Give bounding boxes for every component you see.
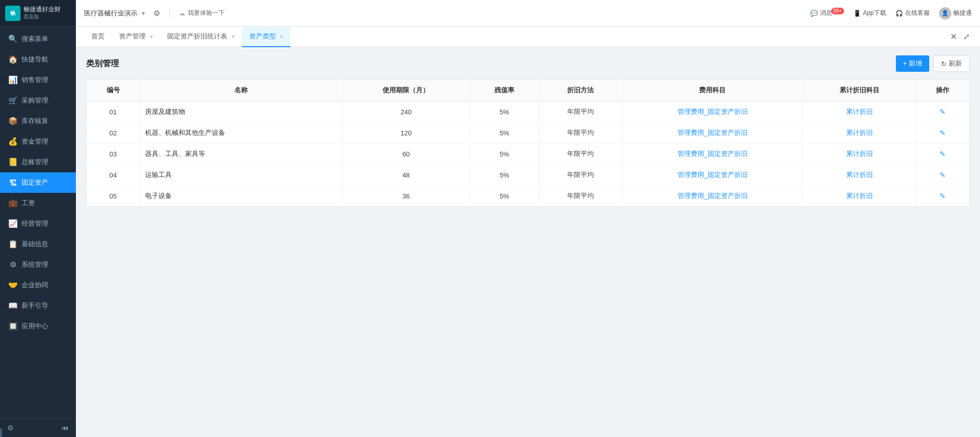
app-download-label: App下载 [863, 9, 886, 17]
data-cell: 年限平均 [538, 144, 622, 165]
sidebar-item-system[interactable]: ⚙ 系统管理 [0, 254, 76, 275]
messages-button[interactable]: 💬 消息 99+ [810, 9, 844, 17]
tabs-bar: 首页资产管理×固定资产折旧统计表×资产类型× ✕ ⤢ [76, 27, 980, 47]
messages-label: 消息 [820, 9, 832, 17]
data-cell: 48 [342, 165, 470, 186]
module-selector[interactable]: 医疗器械行业演示 ▼ [84, 9, 146, 18]
table-row: 02机器、机械和其他生产设备1205%年限平均管理费用_固定资产折旧累计折旧✎ [87, 123, 969, 144]
data-cell: 5% [470, 144, 539, 165]
data-cell: 器具、工具、家具等 [140, 144, 342, 165]
quick-nav-icon: 🏠 [8, 55, 17, 64]
fixed-assets-icon: 🏗 [8, 178, 17, 187]
sidebar-item-sales[interactable]: 📊 销售管理 [0, 70, 76, 90]
tab-asset-mgmt[interactable]: 资产管理× [112, 27, 160, 47]
refresh-button[interactable]: ↻ 刷新 [933, 55, 970, 72]
tab-label: 固定资产折旧统计表 [167, 32, 227, 41]
data-cell: 机器、机械和其他生产设备 [140, 123, 342, 144]
data-cell: 36 [342, 186, 470, 207]
basic-info-icon: 📋 [8, 240, 17, 249]
main-area: 医疗器械行业演示 ▼ ⚙ ☁ 我要体验一下 💬 消息 99+ 📱 App下载 🎧… [76, 0, 980, 437]
page-title: 类别管理 [86, 58, 119, 69]
tab-close-depreciation-icon[interactable]: × [231, 33, 234, 39]
tab-depreciation[interactable]: 固定资产折旧统计表× [160, 27, 242, 47]
sidebar-item-purchase[interactable]: 🛒 采购管理 [0, 90, 76, 111]
sidebar-item-guide[interactable]: 📖 新手引导 [0, 295, 76, 316]
capital-icon: 💰 [8, 137, 17, 146]
trial-button[interactable]: ☁ 我要体验一下 [179, 9, 225, 17]
tab-asset-type[interactable]: 资产类型× [242, 27, 290, 47]
new-button[interactable]: + 新增 [896, 55, 929, 72]
logo-sub: 普及版 [24, 13, 61, 21]
data-cell: 240 [342, 102, 470, 123]
gear-icon[interactable]: ⚙ [153, 9, 160, 18]
sidebar-item-label: 固定资产 [22, 178, 48, 187]
col-header: 累计折旧科目 [803, 80, 916, 102]
edit-cell[interactable]: ✎ [916, 186, 969, 207]
avatar: 👤 [939, 7, 951, 19]
tab-close-asset-mgmt-icon[interactable]: × [150, 33, 153, 39]
edit-cell[interactable]: ✎ [916, 123, 969, 144]
tabs-actions: ✕ ⤢ [948, 31, 972, 43]
sidebar-item-capital[interactable]: 💰 资金管理 [0, 131, 76, 152]
data-cell: 年限平均 [538, 186, 622, 207]
edit-row-button[interactable]: ✎ [939, 192, 946, 200]
sidebar-item-fixed-assets[interactable]: 🏗 固定资产 [0, 172, 76, 193]
settings-icon[interactable]: ⚙ [7, 424, 14, 432]
edit-cell[interactable]: ✎ [916, 165, 969, 186]
tab-home[interactable]: 首页 [84, 27, 112, 47]
category-table: 编号名称使用期限（月）残值率折旧方法费用科目累计折旧科目操作 01房屋及建筑物2… [87, 80, 969, 206]
sidebar-item-label: 采购管理 [22, 96, 48, 105]
table-row: 05电子设备365%年限平均管理费用_固定资产折旧累计折旧✎ [87, 186, 969, 207]
expand-tab-button[interactable]: ⤢ [961, 31, 972, 43]
topbar-divider [169, 8, 170, 18]
sidebar-item-basic-info[interactable]: 📋 基础信息 [0, 234, 76, 254]
data-cell: 管理费用_固定资产折旧 [622, 186, 803, 207]
tab-close-asset-type-icon[interactable]: × [280, 33, 283, 39]
sidebar-nav: 🔍 搜索菜单 🏠 快捷导航 📊 销售管理 🛒 采购管理 📦 库存核算 💰 资金管… [0, 27, 76, 418]
sidebar-item-app-center[interactable]: 🔲 应用中心 [0, 316, 76, 336]
data-cell: 年限平均 [538, 165, 622, 186]
sidebar-item-enterprise[interactable]: 🤝 企业协同 [0, 275, 76, 295]
download-icon: 📱 [853, 10, 861, 17]
sidebar-footer: ⚙ ⏮ [0, 418, 76, 437]
table-row: 04运输工具485%年限平均管理费用_固定资产折旧累计折旧✎ [87, 165, 969, 186]
sidebar-item-label: 企业协同 [22, 281, 48, 290]
app-center-icon: 🔲 [8, 322, 17, 331]
sidebar-item-inventory[interactable]: 📦 库存核算 [0, 111, 76, 131]
edit-row-button[interactable]: ✎ [939, 171, 946, 179]
edit-cell[interactable]: ✎ [916, 144, 969, 165]
close-tab-button[interactable]: ✕ [948, 31, 959, 43]
edit-cell[interactable]: ✎ [916, 102, 969, 123]
app-download-button[interactable]: 📱 App下载 [853, 9, 886, 17]
col-header: 费用科目 [622, 80, 803, 102]
collapse-icon[interactable]: ⏮ [62, 424, 69, 432]
sidebar-item-business[interactable]: 📈 经营管理 [0, 213, 76, 234]
tab-label: 首页 [91, 32, 105, 41]
table-row: 03器具、工具、家具等605%年限平均管理费用_固定资产折旧累计折旧✎ [87, 144, 969, 165]
col-header: 操作 [916, 80, 969, 102]
data-cell: 管理费用_固定资产折旧 [622, 123, 803, 144]
data-cell: 累计折旧 [803, 144, 916, 165]
user-menu[interactable]: 👤 畅捷通 [939, 7, 972, 19]
user-name: 畅捷通 [953, 9, 972, 17]
sidebar-item-salary[interactable]: 💼 工资 [0, 193, 76, 213]
sidebar-item-ledger[interactable]: 📒 总账管理 [0, 152, 76, 172]
sidebar-item-label: 搜索菜单 [22, 34, 48, 44]
sales-icon: 📊 [8, 75, 17, 85]
edit-row-button[interactable]: ✎ [939, 108, 946, 116]
sidebar-item-quick-nav[interactable]: 🏠 快捷导航 [0, 49, 76, 70]
sidebar-item-search[interactable]: 🔍 搜索菜单 [0, 29, 76, 49]
salary-icon: 💼 [8, 198, 17, 208]
guide-icon: 📖 [8, 301, 17, 310]
message-icon: 💬 [810, 10, 818, 17]
edit-row-button[interactable]: ✎ [939, 129, 946, 137]
data-cell: 房屋及建筑物 [140, 102, 342, 123]
edit-row-button[interactable]: ✎ [939, 150, 946, 158]
sidebar-item-label: 基础信息 [22, 240, 48, 249]
tab-label: 资产类型 [249, 32, 276, 41]
system-icon: ⚙ [8, 260, 17, 269]
online-service-button[interactable]: 🎧 在线客服 [895, 9, 930, 17]
refresh-label: 刷新 [949, 59, 962, 68]
module-name: 医疗器械行业演示 [84, 9, 137, 18]
data-cell: 5% [470, 123, 539, 144]
